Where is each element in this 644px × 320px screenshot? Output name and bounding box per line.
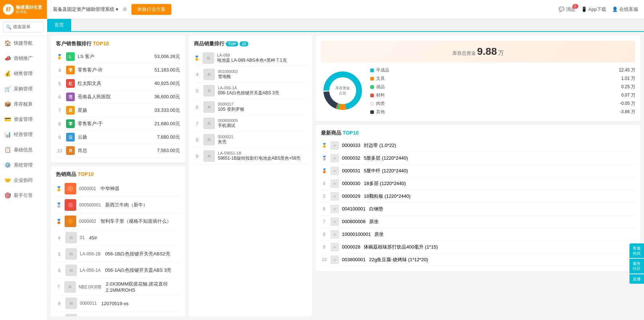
sidebar: 好 畅捷通好生意 标准版 🔍 搜索菜单 🏠 快捷导航 📣 营销推广 💰 销售管理…	[0, 0, 47, 320]
rank-name: 零售客户-于	[78, 120, 151, 127]
product-name: 新西兰牛肉（新牛）	[105, 202, 148, 208]
purchase-icon: 🛒	[4, 86, 11, 92]
trial-button[interactable]: 体验行业方案	[131, 4, 171, 15]
sidebar-item-finance[interactable]: 💳 资金管理	[0, 112, 47, 127]
customer-rank-item-5: 7 星 星扬 33,333.00元	[56, 104, 180, 117]
message-button[interactable]: 💬 消息 6	[559, 6, 575, 13]
legend-value: -3.86 万	[620, 109, 635, 115]
product-name: 18多层 (1220*2440)	[364, 181, 406, 186]
sidebar-item-enterprise[interactable]: 🤝 企业协同	[0, 173, 47, 188]
rank-num: 8	[194, 137, 200, 143]
product-image: Ai	[330, 192, 339, 201]
legend-item-1: 半成品 12.45 万	[370, 66, 635, 74]
logo-text: 畅捷通好生意 标准版	[16, 5, 42, 14]
product-image: Ai	[203, 150, 215, 162]
tab-home[interactable]: 首页	[47, 19, 71, 31]
float-buttons: 客服热线 服务社区 直播	[629, 243, 644, 284]
search-menu-button[interactable]: 🔍 搜索菜单	[3, 22, 44, 32]
legend-item-4: 材料 0.07 万	[370, 91, 635, 99]
rank-name: 苍南县人民医院	[78, 94, 151, 100]
latest-products-card: 最新商品 TOP10 🥇 Ai 0000033 封边带 (1.0*22)	[316, 125, 640, 271]
latest-item-6: 6 Ai 004100001 白钢垫	[321, 203, 635, 216]
product-image: Ai	[330, 230, 339, 239]
product-code: 000500001	[79, 202, 101, 208]
goods-rank-item-2: 4 Ai 001000002 雪地靴	[194, 66, 307, 83]
legend-dot	[370, 69, 374, 72]
product-name: 056-1B白色按键开关壳ABS2壳	[105, 251, 170, 257]
goods-code: LA-59651-1B	[218, 151, 307, 155]
goods-info: 001000002 雪地靴	[218, 69, 307, 80]
sidebar-item-quick-nav[interactable]: 🏠 快捷导航	[0, 36, 47, 51]
online-service-button[interactable]: 👤 在线客服	[612, 6, 638, 13]
rank-num: 4	[56, 235, 62, 241]
customer-rank-item-3: 5 红 红太阳文具 40,925.00元	[56, 77, 180, 90]
float-btn-community[interactable]: 服务社区	[629, 259, 644, 274]
float-btn-live[interactable]: 直播	[629, 274, 644, 284]
latest-item-7: 7 Ai 000800008 原坐	[321, 216, 635, 228]
legend-label: 材料	[376, 92, 385, 98]
float-btn-service[interactable]: 客服热线	[629, 243, 644, 258]
sidebar-item-base-info[interactable]: 📋 基础信息	[0, 142, 47, 157]
latest-item-10: 10 Ai 003800001 22g鱼豆腐-烧烤味 (1*12*20)	[321, 254, 635, 266]
legend-dot	[370, 77, 374, 81]
sidebar-item-marketing[interactable]: 📣 营销推广	[0, 51, 47, 66]
product-info: 0000030 18多层 (1220*2440)	[342, 180, 635, 187]
rank-amount: 40,925.00元	[154, 80, 180, 87]
goods-info: LA-089 电池盖 LA-089 ABS本色+黑种 7.1克	[217, 53, 307, 63]
system-icon: ⚙️	[4, 162, 11, 168]
rank-num: 5	[321, 194, 327, 199]
legend-dot	[370, 110, 374, 114]
content-tabs: 首页	[47, 19, 644, 32]
sales-icon: 💰	[4, 70, 11, 77]
rank-num: 6	[56, 268, 62, 273]
legend-label: 肉类	[376, 100, 385, 107]
sidebar-logo: 好 畅捷通好生意 标准版	[0, 0, 47, 19]
rank-name: 云扬	[78, 134, 154, 140]
goods-name: 雪地靴	[218, 74, 307, 80]
rank-number: 5	[56, 81, 63, 86]
product-image: Ai	[64, 281, 76, 293]
service-icon: 👤	[612, 7, 618, 12]
operations-icon: 📊	[4, 131, 11, 138]
product-image: Ai	[203, 85, 215, 97]
sidebar-item-sales[interactable]: 💰 销售管理	[0, 66, 47, 81]
rank-number: 10	[56, 148, 63, 153]
rank-medal: 🥈	[321, 156, 327, 161]
product-image: Ai	[330, 217, 339, 226]
rank-num: 10	[321, 257, 327, 262]
inventory-title: 库存总资金	[452, 50, 476, 56]
rank-num: 5	[194, 88, 200, 94]
product-image: Ai	[203, 101, 215, 113]
system-title-dropdown[interactable]: 装备及固定资产辅助管理系统 ▾	[53, 6, 118, 13]
sidebar-item-purchase[interactable]: 🛒 采购管理	[0, 81, 47, 97]
svg-text:库存资金: 库存资金	[335, 86, 350, 90]
svg-point-3	[68, 202, 73, 208]
sidebar-item-operations[interactable]: 📊 经营管理	[0, 127, 47, 142]
app-icon: 📱	[581, 7, 587, 12]
rank-medal: 🥉	[56, 219, 62, 224]
sidebar-item-label: 企业协同	[14, 177, 33, 184]
sidebar-item-inventory[interactable]: 📦 库存核算	[0, 97, 47, 112]
rank-badge: 苍	[66, 93, 75, 101]
product-image: Ai	[330, 141, 339, 150]
inventory-legend: 半成品 12.45 万 文具 1.01 万 成品 0	[370, 66, 635, 116]
product-code: 0000029	[342, 193, 360, 199]
rank-name: 红太阳文具	[78, 80, 151, 87]
product-code: 0000028	[342, 244, 360, 250]
sidebar-item-guide[interactable]: 🎯 新手引导	[0, 188, 47, 203]
goods-rank-item-6: 8 Ai 0000021 夹壳	[194, 132, 307, 148]
latest-item-2: 🥈 Ai 0000032 5厘多层 (1220*2440)	[321, 152, 635, 165]
sidebar-item-label: 资金管理	[14, 116, 33, 123]
sidebar-item-system[interactable]: ⚙️ 系统管理	[0, 157, 47, 173]
inventory-unit: 万	[498, 50, 504, 56]
rank-amount: 21,680.00元	[154, 120, 180, 127]
app-download-button[interactable]: 📱 App下载	[581, 6, 606, 13]
app-name: 畅捷通好生意	[16, 5, 42, 10]
settings-icon[interactable]: ⚙	[123, 7, 127, 12]
rank-num: 9	[321, 245, 327, 250]
product-info: 004100001 白钢垫	[342, 206, 635, 212]
product-info: 0000031 5厘中纤 (1220*2440)	[342, 168, 635, 174]
product-code: NB2.0X30B	[79, 284, 102, 290]
rank-num: 7	[194, 121, 200, 126]
guide-icon: 🎯	[4, 192, 11, 199]
